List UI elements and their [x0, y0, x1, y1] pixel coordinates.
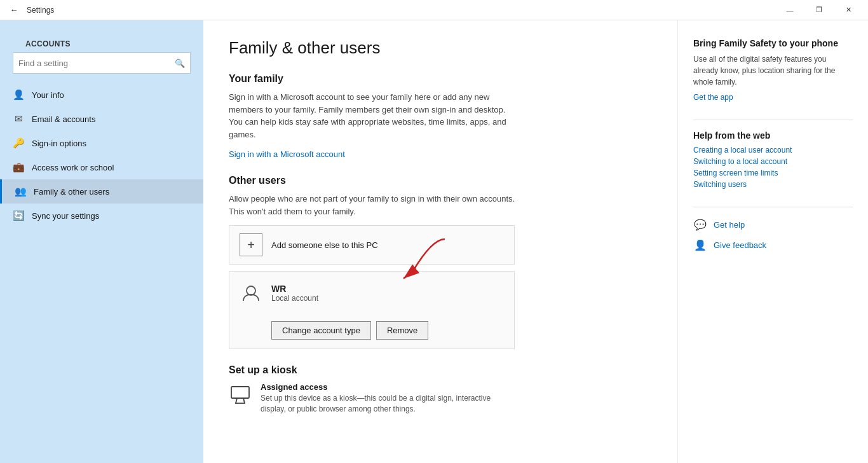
maximize-button[interactable]: ❐: [804, 0, 834, 20]
add-user-plus-icon: +: [240, 233, 262, 256]
minimize-button[interactable]: —: [775, 0, 804, 20]
sync-settings-icon: 🔄: [13, 210, 24, 221]
your-family-section: Your family Sign in with a Microsoft acc…: [229, 73, 652, 160]
user-account-type: Local account: [271, 294, 318, 303]
change-account-type-button[interactable]: Change account type: [271, 321, 371, 340]
sign-in-icon: 🔑: [13, 137, 24, 149]
access-work-icon: 💼: [13, 162, 24, 173]
search-icon: 🔍: [175, 59, 185, 68]
user-avatar-icon: [240, 282, 262, 305]
sidebar-item-label: Your info: [32, 90, 64, 100]
sidebar-item-your-info[interactable]: 👤 Your info: [0, 83, 203, 107]
family-users-icon: 👥: [15, 186, 26, 197]
window-controls: — ❐ ✕: [775, 0, 863, 20]
help-link-2[interactable]: Setting screen time limits: [693, 169, 853, 177]
sidebar-item-label: Access work or school: [32, 163, 114, 172]
sidebar-item-access-work[interactable]: 💼 Access work or school: [0, 155, 203, 179]
sidebar-item-sign-in-options[interactable]: 🔑 Sign-in options: [0, 131, 203, 155]
page-title: Family & other users: [229, 38, 652, 58]
get-help-label: Get help: [714, 220, 745, 230]
help-actions: 💬 Get help 👤 Give feedback: [693, 218, 853, 252]
user-card-actions: Change account type Remove: [229, 315, 514, 349]
help-from-web-section: Help from the web Creating a local user …: [693, 130, 853, 189]
back-button[interactable]: ←: [5, 1, 23, 19]
other-users-section: Other users Allow people who are not par…: [229, 175, 652, 349]
give-feedback-item[interactable]: 👤 Give feedback: [693, 238, 853, 252]
other-users-desc: Allow people who are not part of your fa…: [229, 193, 521, 218]
divider-2: [693, 207, 853, 207]
assigned-access-title: Assigned access: [261, 382, 502, 392]
get-app-link[interactable]: Get the app: [693, 93, 853, 102]
right-panel: Bring Family Safety to your phone Use al…: [677, 20, 868, 463]
sidebar-item-label: Sync your settings: [32, 211, 99, 221]
get-help-icon: 💬: [693, 218, 707, 232]
sidebar-item-sync-settings[interactable]: 🔄 Sync your settings: [0, 204, 203, 228]
kiosk-icon: [229, 384, 252, 406]
sidebar-item-label: Email & accounts: [32, 114, 95, 124]
kiosk-info: Assigned access Set up this device as a …: [261, 382, 502, 415]
help-link-1[interactable]: Switching to a local account: [693, 157, 853, 166]
kiosk-section: Set up a kiosk Assigned access Set up th…: [229, 364, 652, 415]
your-info-icon: 👤: [13, 89, 24, 100]
remove-user-button[interactable]: Remove: [376, 321, 428, 340]
sidebar: Accounts 🔍 👤 Your info ✉ Email & account…: [0, 20, 203, 463]
user-card-info: WR Local account: [271, 284, 318, 303]
sidebar-item-email-accounts[interactable]: ✉ Email & accounts: [0, 107, 203, 131]
bring-family-desc: Use all of the digital safety features y…: [693, 53, 853, 88]
divider: [693, 120, 853, 120]
svg-line-4: [243, 398, 245, 403]
add-user-label: Add someone else to this PC: [271, 240, 378, 250]
user-card: WR Local account Change account type Rem…: [229, 271, 515, 349]
main-content: Family & other users Your family Sign in…: [203, 20, 677, 463]
close-button[interactable]: ✕: [834, 0, 863, 20]
search-box[interactable]: 🔍: [13, 52, 191, 74]
search-input[interactable]: [18, 59, 175, 68]
help-link-0[interactable]: Creating a local user account: [693, 146, 853, 155]
sidebar-item-label: Family & other users: [34, 187, 109, 197]
email-accounts-icon: ✉: [13, 113, 24, 125]
svg-line-3: [236, 398, 237, 403]
help-from-web-title: Help from the web: [693, 130, 853, 141]
svg-rect-2: [231, 387, 249, 398]
assigned-access-desc: Set up this device as a kiosk—this could…: [261, 393, 502, 415]
kiosk-row: Assigned access Set up this device as a …: [229, 382, 652, 415]
bring-family-section: Bring Family Safety to your phone Use al…: [693, 38, 853, 102]
sidebar-item-family-users[interactable]: 👥 Family & other users: [0, 179, 203, 204]
user-name: WR: [271, 284, 318, 294]
bring-family-title: Bring Family Safety to your phone: [693, 38, 853, 48]
user-card-container: WR Local account Change account type Rem…: [229, 271, 652, 349]
get-help-item[interactable]: 💬 Get help: [693, 218, 853, 232]
app-body: Accounts 🔍 👤 Your info ✉ Email & account…: [0, 20, 868, 463]
sidebar-header: Accounts 🔍: [0, 20, 203, 80]
signin-microsoft-link[interactable]: Sign in with a Microsoft account: [229, 149, 345, 159]
your-family-title: Your family: [229, 73, 652, 85]
user-card-top: WR Local account: [229, 272, 514, 315]
give-feedback-label: Give feedback: [714, 240, 766, 250]
app-title: Settings: [27, 6, 775, 15]
kiosk-title: Set up a kiosk: [229, 364, 652, 376]
your-family-desc: Sign in with a Microsoft account to see …: [229, 91, 521, 141]
svg-point-1: [247, 286, 255, 295]
sidebar-item-label: Sign-in options: [32, 139, 86, 148]
title-bar: ← Settings — ❐ ✕: [0, 0, 868, 20]
other-users-title: Other users: [229, 175, 652, 186]
sidebar-nav: 👤 Your info ✉ Email & accounts 🔑 Sign-in…: [0, 80, 203, 230]
sidebar-section-label: Accounts: [13, 32, 191, 52]
give-feedback-icon: 👤: [693, 238, 707, 252]
add-user-row[interactable]: + Add someone else to this PC: [229, 225, 515, 265]
help-link-3[interactable]: Switching users: [693, 180, 853, 189]
